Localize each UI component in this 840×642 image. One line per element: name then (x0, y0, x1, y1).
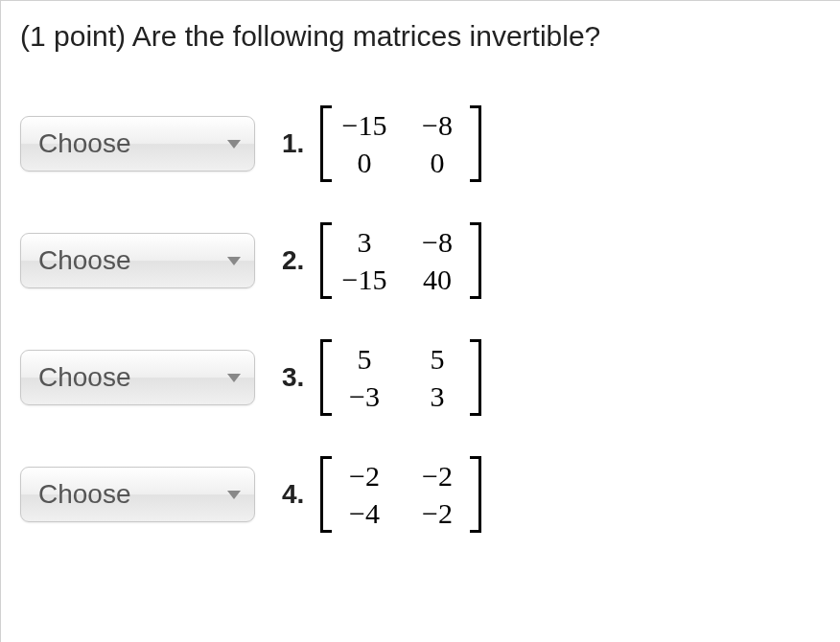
bracket-right-icon (470, 456, 481, 533)
question-panel: (1 point) Are the following matrices inv… (0, 0, 840, 642)
bracket-right-icon (470, 339, 481, 416)
matrix-cell: −2 (414, 460, 460, 492)
answer-dropdown-3[interactable]: Choose (20, 350, 255, 405)
answer-dropdown-4[interactable]: Choose (20, 467, 255, 522)
matrix-2: 3 −8 −15 40 (320, 222, 481, 299)
chevron-down-icon (227, 257, 241, 265)
dropdown-label: Choose (38, 245, 131, 276)
bracket-left-icon (320, 105, 332, 182)
question-rows: Choose 1. −15 −8 0 0 Choose 2. (20, 105, 822, 533)
bracket-right-icon (470, 105, 481, 182)
item-number-1: 1. (282, 128, 311, 159)
question-row-2: Choose 2. 3 −8 −15 40 (20, 222, 822, 299)
dropdown-label: Choose (38, 362, 131, 393)
chevron-down-icon (227, 140, 241, 149)
question-row-1: Choose 1. −15 −8 0 0 (20, 105, 822, 182)
matrix-cell: −4 (341, 497, 387, 529)
matrix-body: −2 −2 −4 −2 (332, 456, 470, 533)
item-number-3: 3. (282, 362, 311, 393)
matrix-body: 5 5 −3 3 (332, 339, 470, 416)
item-number-2: 2. (282, 245, 311, 276)
matrix-cell: −8 (414, 109, 460, 141)
matrix-cell: −2 (414, 497, 460, 529)
dropdown-label: Choose (38, 128, 131, 159)
matrix-cell: 0 (414, 147, 460, 178)
matrix-cell: −3 (341, 380, 387, 412)
bracket-left-icon (320, 339, 332, 416)
bracket-right-icon (470, 222, 481, 299)
matrix-cell: −15 (341, 109, 387, 141)
bracket-left-icon (320, 222, 332, 299)
matrix-cell: 3 (414, 380, 460, 412)
chevron-down-icon (227, 374, 241, 382)
matrix-cell: −15 (341, 264, 387, 295)
dropdown-label: Choose (38, 479, 131, 510)
item-number-4: 4. (282, 479, 311, 510)
question-text: (1 point) Are the following matrices inv… (20, 20, 822, 53)
matrix-cell: −2 (341, 460, 387, 492)
matrix-1: −15 −8 0 0 (320, 105, 481, 182)
answer-dropdown-2[interactable]: Choose (20, 233, 255, 288)
chevron-down-icon (227, 491, 241, 499)
matrix-cell: −8 (414, 226, 460, 258)
matrix-body: 3 −8 −15 40 (332, 222, 470, 299)
matrix-cell: 40 (414, 264, 460, 295)
question-row-3: Choose 3. 5 5 −3 3 (20, 339, 822, 416)
matrix-cell: 3 (341, 226, 387, 258)
matrix-cell: 0 (341, 147, 387, 178)
matrix-4: −2 −2 −4 −2 (320, 456, 481, 533)
matrix-cell: 5 (414, 343, 460, 375)
matrix-3: 5 5 −3 3 (320, 339, 481, 416)
answer-dropdown-1[interactable]: Choose (20, 116, 255, 172)
matrix-body: −15 −8 0 0 (332, 105, 470, 182)
question-row-4: Choose 4. −2 −2 −4 −2 (20, 456, 822, 533)
matrix-cell: 5 (341, 343, 387, 375)
bracket-left-icon (320, 456, 332, 533)
